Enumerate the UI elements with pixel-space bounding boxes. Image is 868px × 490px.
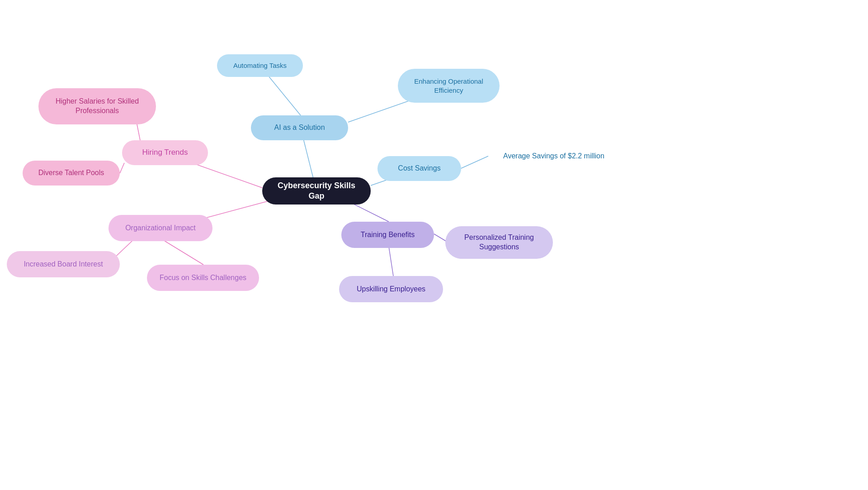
automating-tasks-node: Automating Tasks (217, 54, 303, 77)
higher-salaries-node: Higher Salaries for Skilled Professional… (38, 88, 156, 124)
svg-line-4 (461, 156, 488, 168)
average-savings-node: Average Savings of $2.2 million (486, 145, 622, 167)
svg-line-13 (389, 247, 393, 276)
ai-solution-node: AI as a Solution (251, 115, 348, 140)
center-node: Cybersecurity Skills Gap (262, 177, 371, 205)
cost-savings-node: Cost Savings (377, 156, 461, 181)
svg-line-7 (120, 163, 124, 173)
training-benefits-node: Training Benefits (341, 222, 434, 248)
focus-skills-node: Focus on Skills Challenges (147, 265, 259, 291)
organizational-impact-node: Organizational Impact (108, 215, 212, 241)
hiring-trends-node: Hiring Trends (122, 140, 208, 165)
upskilling-employees-node: Upskilling Employees (339, 276, 443, 302)
enhancing-operational-node: Enhancing Operational Efficiency (398, 69, 500, 103)
diverse-talent-node: Diverse Talent Pools (23, 161, 120, 186)
svg-line-10 (163, 240, 203, 265)
increased-board-node: Increased Board Interest (7, 251, 120, 277)
personalized-training-node: Personalized Training Suggestions (445, 226, 553, 259)
